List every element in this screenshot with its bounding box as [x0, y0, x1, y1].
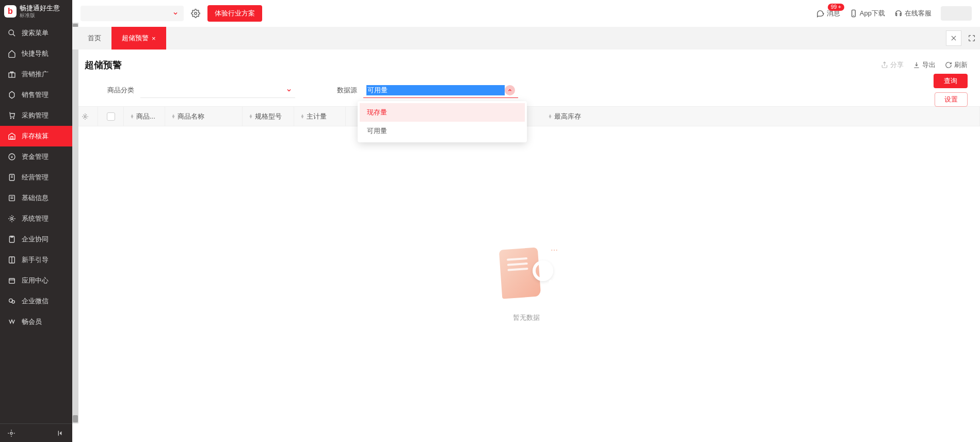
brand-edition: 标准版 — [20, 12, 60, 18]
export-icon — [913, 61, 920, 69]
svg-marker-4 — [9, 91, 14, 98]
gear-icon — [7, 214, 17, 223]
fullscreen-button[interactable] — [965, 31, 979, 45]
service-label: 在线客服 — [905, 9, 931, 18]
vip-icon — [7, 317, 17, 326]
app-download-link[interactable]: App下载 — [849, 9, 885, 18]
brand: b 畅捷通好生意 标准版 — [0, 0, 72, 23]
avatar[interactable] — [941, 6, 972, 21]
service-link[interactable]: 在线客服 — [894, 9, 931, 18]
phone-icon — [849, 9, 858, 18]
sidebar-item-marketing[interactable]: 营销推广 — [0, 64, 72, 85]
topbar-settings-button[interactable] — [189, 7, 202, 20]
messages-badge: 99 + — [828, 4, 844, 11]
chevron-down-icon — [286, 87, 292, 93]
chevron-down-icon — [172, 10, 179, 17]
sidebar-item-inventory[interactable]: 库存核算 — [0, 126, 72, 146]
sidebar-item-nav[interactable]: 快捷导航 — [0, 43, 72, 64]
sidebar-item-purchase[interactable]: 采购管理 — [0, 105, 72, 126]
sidebar-item-label: 畅会员 — [22, 317, 42, 326]
column-header[interactable]: ▲▼主计量 — [294, 107, 346, 126]
svg-text:¥: ¥ — [10, 155, 13, 159]
sidebar-item-label: 库存核算 — [22, 132, 49, 141]
tab-home[interactable]: 首页 — [77, 27, 111, 50]
svg-point-26 — [195, 12, 197, 15]
svg-point-16 — [11, 218, 13, 220]
collapse-icon[interactable] — [57, 429, 65, 437]
sidebar-item-wechat[interactable]: 企业微信 — [0, 291, 72, 312]
message-icon — [816, 9, 825, 18]
sidebar: b 畅捷通好生意 标准版 搜索菜单 快捷导航 营销推广 销售管理 采购管理 库存… — [0, 0, 72, 442]
sidebar-item-label: 企业协同 — [22, 235, 49, 244]
refresh-button[interactable]: 刷新 — [945, 60, 968, 70]
sidebar-item-system[interactable]: 系统管理 — [0, 208, 72, 229]
chevron-up-icon — [505, 85, 515, 95]
dropdown-option[interactable]: 现存量 — [360, 103, 525, 122]
empty-illustration: ⋯ — [495, 246, 557, 303]
money-icon: ¥ — [7, 152, 17, 161]
query-button[interactable]: 查询 — [934, 74, 968, 88]
sidebar-item-search[interactable]: 搜索菜单 — [0, 23, 72, 43]
trial-button[interactable]: 体验行业方案 — [207, 5, 262, 22]
sidebar-item-member[interactable]: 畅会员 — [0, 312, 72, 332]
org-select[interactable] — [81, 6, 184, 21]
sidebar-bottom — [0, 423, 72, 442]
sidebar-item-business[interactable]: 经营管理 — [0, 167, 72, 188]
svg-rect-20 — [9, 279, 15, 283]
settings-icon[interactable] — [7, 429, 15, 437]
sidebar-item-label: 应用中心 — [22, 276, 49, 285]
sidebar-item-sales[interactable]: 销售管理 — [0, 85, 72, 105]
share-button[interactable]: 分享 — [881, 60, 904, 70]
category-select[interactable] — [140, 83, 295, 98]
svg-point-31 — [84, 116, 86, 118]
tab-overstock[interactable]: 超储预警 × — [111, 27, 166, 50]
sidebar-item-label: 新手引导 — [22, 255, 49, 265]
sales-icon — [7, 90, 17, 100]
sort-icon: ▲▼ — [130, 114, 134, 119]
sidebar-item-label: 系统管理 — [22, 214, 49, 223]
messages-link[interactable]: 99 + 消息 — [816, 9, 840, 18]
sidebar-item-label: 快捷导航 — [22, 49, 49, 58]
brand-logo-icon: b — [4, 5, 17, 18]
sidebar-item-guide[interactable]: 新手引导 — [0, 250, 72, 270]
close-all-tabs-button[interactable] — [946, 30, 961, 46]
sidebar-item-label: 基础信息 — [22, 193, 49, 203]
column-header[interactable]: ▲▼商品... — [124, 107, 165, 126]
sort-icon: ▲▼ — [300, 114, 304, 119]
warehouse-icon — [7, 132, 17, 141]
scrollbar-thumb-bottom[interactable] — [73, 415, 78, 422]
source-value: 可用量 — [366, 85, 505, 95]
tab-close-icon[interactable]: × — [152, 35, 156, 42]
book-icon — [7, 255, 17, 265]
sidebar-item-coop[interactable]: 企业协同 — [0, 229, 72, 250]
source-select[interactable]: 可用量 — [363, 83, 518, 98]
sidebar-item-label: 销售管理 — [22, 90, 49, 100]
sidebar-item-apps[interactable]: 应用中心 — [0, 270, 72, 291]
sidebar-item-basedata[interactable]: 基础信息 — [0, 188, 72, 208]
apps-icon — [7, 276, 17, 285]
home-icon — [7, 49, 17, 58]
svg-point-0 — [9, 30, 13, 35]
sidebar-item-label: 营销推广 — [22, 70, 49, 79]
column-header[interactable]: ▲▼最高库存 — [542, 107, 980, 126]
svg-rect-27 — [852, 10, 856, 17]
sidebar-item-label: 搜索菜单 — [22, 28, 49, 38]
sidebar-item-label: 企业微信 — [22, 297, 49, 306]
sidebar-item-label: 采购管理 — [22, 111, 49, 120]
select-all-checkbox[interactable] — [98, 107, 124, 126]
source-label: 数据源 — [326, 86, 357, 95]
refresh-icon — [945, 61, 952, 69]
column-header[interactable]: ▲▼商品名称 — [165, 107, 243, 126]
wechat-icon — [7, 297, 17, 306]
cart-icon — [7, 111, 17, 120]
tabs: 首页 超储预警 × — [72, 27, 980, 50]
sidebar-item-funds[interactable]: ¥资金管理 — [0, 146, 72, 167]
svg-line-1 — [13, 34, 15, 36]
sidebar-menu: 搜索菜单 快捷导航 营销推广 销售管理 采购管理 库存核算 ¥资金管理 经营管理… — [0, 23, 72, 423]
settings-button[interactable]: 设置 — [935, 92, 968, 107]
export-button[interactable]: 导出 — [913, 60, 936, 70]
dropdown-option[interactable]: 可用量 — [360, 122, 525, 140]
svg-point-24 — [10, 432, 12, 434]
column-header[interactable]: ▲▼规格型号 — [243, 107, 294, 126]
clipboard2-icon — [7, 235, 17, 244]
